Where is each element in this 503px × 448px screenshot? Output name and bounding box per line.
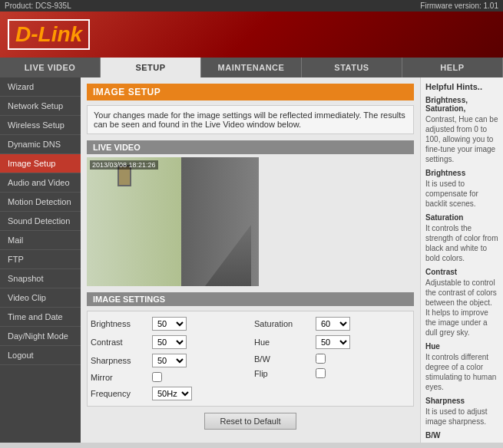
sidebar-item-day-night[interactable]: Day/Night Mode (0, 327, 81, 346)
sidebar-item-wireless-setup[interactable]: Wireless Setup (0, 116, 81, 135)
contrast-label: Contrast (91, 338, 152, 347)
live-video-header: LIVE VIDEO (87, 140, 414, 154)
saturation-select[interactable]: 600255075100 (316, 317, 350, 331)
mirror-row: Mirror (91, 370, 247, 384)
mirror-checkbox[interactable] (152, 372, 162, 382)
help-section-text-3: Adjustable to control the contrast of co… (425, 278, 498, 338)
help-section-2: Saturation It controls the strength of c… (425, 213, 498, 263)
mirror-label: Mirror (91, 373, 152, 382)
sidebar-item-sound-detection[interactable]: Sound Detection (0, 212, 81, 231)
help-section-5: Sharpness It is used to adjust image sha… (425, 397, 498, 427)
bw-checkbox[interactable] (316, 354, 326, 364)
help-section-3: Contrast Adjustable to control the contr… (425, 268, 498, 338)
help-section-title-4: Hue (425, 342, 498, 351)
brightness-select[interactable]: 5002575100 (152, 317, 187, 331)
sidebar-item-video-clip[interactable]: Video Clip (0, 288, 81, 308)
nav-status[interactable]: STATUS (302, 58, 402, 77)
frequency-select[interactable]: 50Hz60Hz (152, 387, 192, 400)
sidebar-item-wizard[interactable]: Wizard (0, 77, 81, 97)
reset-button[interactable]: Reset to Default (204, 413, 297, 430)
sidebar-item-image-setup[interactable]: Image Setup (0, 154, 81, 173)
help-section-text-6: Select to enable or disable black-and-wh… (425, 441, 498, 443)
flip-checkbox[interactable] (316, 368, 326, 378)
nav-live-video[interactable]: LIVE VIDEO (0, 58, 101, 77)
saturation-row: Saturation 600255075100 (254, 315, 410, 333)
sidebar-item-mail[interactable]: Mail (0, 231, 81, 250)
help-section-6: B/W Select to enable or disable black-an… (425, 431, 498, 443)
help-section-title-0: Brightness, Saturation, (425, 96, 498, 113)
logo: D-Link (8, 19, 90, 50)
sidebar-item-audio-video[interactable]: Audio and Video (0, 173, 81, 193)
sidebar-item-motion-detection[interactable]: Motion Detection (0, 193, 81, 212)
help-section-text-1: It is used to compensate for backlit sce… (425, 179, 498, 209)
flip-label: Flip (254, 369, 316, 378)
help-section-text-2: It controls the strength of color from b… (425, 223, 498, 263)
info-text: Your changes made for the image settings… (87, 105, 414, 134)
help-section-text-4: It controls different degree of a color … (425, 352, 498, 392)
firmware-label: Firmware version: 1.01 (420, 2, 498, 10)
brightness-row: Brightness 5002575100 (91, 315, 247, 333)
sidebar-item-snapshot[interactable]: Snapshot (0, 269, 81, 288)
section-header: IMAGE SETUP (87, 84, 414, 100)
sidebar-item-dynamic-dns[interactable]: Dynamic DNS (0, 135, 81, 154)
nav-setup[interactable]: SETUP (101, 58, 201, 77)
sharpness-row: Sharpness 5002575100 (91, 351, 247, 370)
hue-row: Hue 5002575100 (254, 333, 410, 351)
help-section-title-1: Brightness (425, 169, 498, 177)
sidebar-item-network-setup[interactable]: Network Setup (0, 97, 81, 116)
help-section-0: Brightness, Saturation, Contrast, Hue ca… (425, 96, 498, 164)
product-label: Product: DCS-935L (5, 2, 71, 10)
help-section-title-6: B/W (425, 431, 498, 440)
nav-help[interactable]: HELP (402, 58, 503, 77)
sidebar-item-ftp[interactable]: FTP (0, 250, 81, 269)
nav-bar: LIVE VIDEO SETUP MAINTENANCE STATUS HELP (0, 58, 503, 77)
hue-select[interactable]: 5002575100 (316, 335, 350, 349)
sharpness-label: Sharpness (91, 356, 152, 365)
help-title: Helpful Hints.. (425, 82, 498, 91)
hue-label: Hue (254, 338, 316, 347)
frequency-label: Frequency (91, 389, 152, 398)
help-section-4: Hue It controls different degree of a co… (425, 342, 498, 392)
sidebar-item-time-date[interactable]: Time and Date (0, 308, 81, 327)
contrast-select[interactable]: 5002575100 (152, 335, 187, 349)
flip-row: Flip (254, 366, 410, 380)
video-container: 2013/03/08 18:21:26 (87, 157, 259, 286)
help-section-title-5: Sharpness (425, 397, 498, 405)
main-content: IMAGE SETUP Your changes made for the im… (81, 77, 420, 443)
nav-maintenance[interactable]: MAINTENANCE (201, 58, 302, 77)
contrast-row: Contrast 5002575100 (91, 333, 247, 351)
help-section-text-5: It is used to adjust image sharpness. (425, 407, 498, 427)
image-settings-header: IMAGE SETTINGS (87, 292, 414, 306)
brightness-label: Brightness (91, 319, 152, 328)
sharpness-select[interactable]: 5002575100 (152, 354, 187, 367)
help-section-title-3: Contrast (425, 268, 498, 276)
sidebar: Wizard Network Setup Wireless Setup Dyna… (0, 77, 81, 443)
saturation-label: Saturation (254, 319, 316, 328)
help-panel: Helpful Hints.. Brightness, Saturation, … (420, 77, 503, 443)
sidebar-item-logout[interactable]: Logout (0, 346, 81, 365)
settings-grid: Brightness 5002575100 Contrast 500257510… (87, 311, 414, 407)
frequency-row: Frequency 50Hz60Hz (91, 384, 247, 403)
help-section-title-2: Saturation (425, 213, 498, 222)
video-wall-left (87, 157, 181, 286)
video-timestamp: 2013/03/08 18:21:26 (90, 160, 158, 170)
bw-row: B/W (254, 351, 410, 366)
help-section-text-0: Contrast, Hue can be adjusted from 0 to … (425, 114, 498, 164)
help-section-1: Brightness It is used to compensate for … (425, 169, 498, 209)
bw-label: B/W (254, 354, 316, 364)
